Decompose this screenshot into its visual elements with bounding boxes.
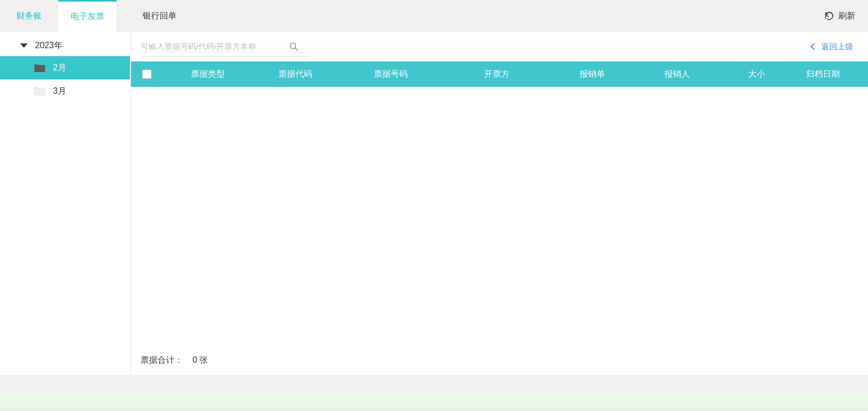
search-box (141, 36, 310, 57)
th-person: 报销人 (635, 69, 720, 80)
bottom-green-bar (0, 391, 868, 411)
tab-finance[interactable]: 财务账 (0, 0, 58, 32)
refresh-button[interactable]: 刷新 (825, 11, 855, 22)
tab-bank-label: 银行回单 (143, 11, 177, 22)
bottom-strip (0, 375, 868, 411)
search-row: 返回上级 (131, 32, 868, 61)
folder-icon (34, 86, 46, 96)
refresh-icon (825, 11, 834, 21)
tree-item-mar[interactable]: 3月 (0, 79, 130, 103)
folder-tree: 2023年 2月 (0, 32, 130, 375)
footer-row: 票据合计： 0 张 (131, 345, 868, 375)
tab-bank[interactable]: 银行回单 (131, 0, 188, 32)
tree-item-label: 2月 (53, 62, 66, 74)
content-area: 返回上级 票据类型 票据代码 票据号码 开票方 报销单 报销人 大小 归档日期 (131, 32, 868, 375)
th-code: 票据代码 (253, 69, 338, 80)
folder-icon (34, 63, 46, 73)
left-panel: 财务账 电子发票 2023年 (0, 0, 130, 375)
tree-item-feb[interactable]: 2月 (0, 56, 130, 79)
back-link-label: 返回上级 (821, 42, 853, 52)
th-date: 归档日期 (794, 69, 868, 80)
tree-year-node[interactable]: 2023年 (0, 35, 130, 56)
tree-item-label: 3月 (53, 86, 66, 97)
right-topbar: 银行回单 刷新 (131, 0, 868, 32)
search-input[interactable] (141, 42, 289, 51)
table-header: 票据类型 票据代码 票据号码 开票方 报销单 报销人 大小 归档日期 (131, 61, 868, 87)
refresh-label: 刷新 (838, 11, 855, 22)
th-type: 票据类型 (163, 69, 253, 80)
footer-count: 0 张 (192, 355, 208, 366)
tab-einvoice-label: 电子发票 (71, 11, 104, 22)
svg-line-1 (295, 48, 297, 50)
footer-label: 票据合计： (141, 355, 183, 366)
right-panel: 银行回单 刷新 (130, 0, 868, 375)
tabs-row: 财务账 电子发票 (0, 0, 130, 32)
select-all-checkbox[interactable] (142, 69, 152, 79)
search-icon[interactable] (289, 42, 299, 51)
tab-einvoice[interactable]: 电子发票 (58, 0, 117, 32)
th-num: 票据号码 (338, 69, 444, 80)
th-checkbox-cell (131, 69, 163, 79)
th-party: 开票方 (444, 69, 550, 80)
tree-year-label: 2023年 (35, 40, 63, 51)
back-link[interactable]: 返回上级 (810, 42, 853, 52)
tab-finance-label: 财务账 (16, 11, 42, 22)
th-size: 大小 (720, 69, 794, 80)
table-body (131, 87, 868, 345)
chevron-left-icon (810, 43, 816, 50)
caret-down-icon (20, 43, 28, 48)
th-reimb: 报销单 (550, 69, 635, 80)
